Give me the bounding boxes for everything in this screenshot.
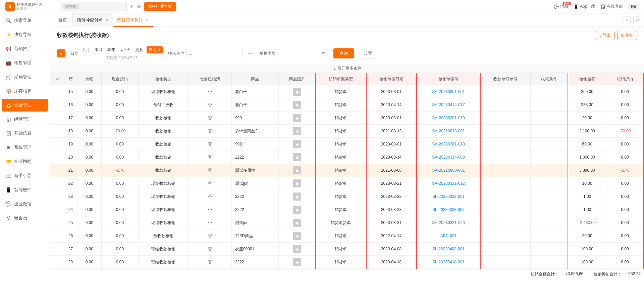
bill-no-link-13[interactable]: SL-20230418-001 [432, 260, 465, 264]
industry-btn[interactable]: 体验行业方案 [144, 2, 176, 11]
sidebar-item-collab[interactable]: 🤝 企业协同 [0, 155, 50, 169]
app-download-btn[interactable]: 📱 App下载 [574, 4, 595, 9]
td-settings-3 [50, 125, 64, 138]
sidebar-item-marketing[interactable]: 📢 营销推广 [0, 42, 50, 56]
sidebar-item-basic[interactable]: 📋 基础信息 [0, 126, 50, 140]
sidebar-item-vip[interactable]: V 畅会员 [0, 211, 50, 225]
table-container[interactable]: ⚙ 序 余额 现金折扣 核销类型 包含已结清 商品 商品图片 核销单据类型 核销… [50, 73, 644, 300]
td-verify-type-10: 现结收款核销 [139, 216, 189, 229]
online-service-btn[interactable]: 🎧 在线客服 [600, 4, 623, 9]
voucher-type-select[interactable] [278, 49, 328, 58]
bill-no-link-12[interactable]: SL-20230408-001 [432, 247, 465, 251]
query-btn[interactable]: 查询 [333, 48, 354, 58]
date-this-month[interactable]: 本月 [93, 46, 104, 53]
sidebar-item-inventory[interactable]: 🏠 库存核算 [0, 84, 50, 98]
td-verify-bill-no-5[interactable]: SA-20230314-008 [417, 151, 481, 164]
sidebar-label-system: 系统管理 [14, 144, 32, 151]
table-settings-icon[interactable]: ⚙ [54, 76, 60, 82]
refresh-icon: ↻ [621, 33, 624, 38]
td-product-12: 衣服00001 [231, 243, 278, 256]
bill-no-link-4[interactable]: SA-20230301-010 [432, 142, 465, 146]
td-verify-bill-no-12[interactable]: SL-20230408-001 [417, 243, 481, 256]
td-cash-discount-0: 0.00 [101, 85, 138, 98]
tab-prepay[interactable]: 预付冲应付单 × [73, 13, 113, 27]
service-icon: 🎧 [600, 4, 605, 9]
date-last-7days[interactable]: 近7天 [119, 46, 132, 53]
td-cash-discount-3: -70.00 [101, 125, 138, 138]
filter-toggle-btn[interactable]: » [57, 49, 65, 57]
bill-no-link-7[interactable]: SA-20230321-012 [432, 181, 465, 186]
td-verify-bill-no-1[interactable]: SA-20230414-017 [417, 98, 481, 112]
table-row: 18 0.00 -70.00 收款核销 否 多计量商品2 ▣ 销货单 2021-… [50, 125, 644, 138]
td-verify-bill-no-3[interactable]: SA-20210813-001 [417, 125, 481, 138]
sidebar-item-hardware[interactable]: 📱 智能硬件 [0, 183, 50, 197]
td-verify-bill-no-8[interactable]: SL-20230328-001 [417, 190, 481, 203]
export-btn[interactable]: ↑ 导出 [596, 31, 614, 40]
td-product-img-1: ▣ [278, 98, 316, 112]
tab-prepay-close[interactable]: × [105, 17, 109, 23]
sidebar-item-purchase[interactable]: 🛒 采购管理 [0, 70, 50, 84]
settings-filter-btn[interactable]: 设置 [360, 49, 376, 58]
date-label: 日期 [70, 51, 78, 56]
td-verify-bill-no-10[interactable]: SA-20230331-026 [417, 216, 481, 229]
bill-no-link-11[interactable]: ABC-001 [440, 233, 457, 238]
td-verify-amount-6: 3,390.00 [568, 164, 606, 177]
partner-input[interactable] [186, 49, 243, 58]
sidebar-item-wechat[interactable]: 💬 企业微信 [0, 197, 50, 211]
sidebar-item-guide[interactable]: 📖 新手引导 [0, 169, 50, 183]
td-product-1: 老白干 [231, 98, 278, 112]
th-receipt-order-no: 收款单订单号 [480, 73, 530, 85]
date-last-month[interactable]: 上月 [80, 46, 91, 53]
td-verify-bill-no-11[interactable]: ABC-001 [417, 229, 481, 243]
td-verify-discount-7: 0.00 [606, 177, 644, 190]
td-balance-12: 0.00 [77, 243, 102, 256]
bill-no-link-8[interactable]: SL-20230328-001 [432, 194, 465, 199]
td-verify-bill-no-9[interactable]: SL-20230328-002 [417, 203, 481, 216]
date-range: 不限 至 2023-07-26 [106, 55, 138, 60]
sidebar-item-finance[interactable]: 💰 资金管理 [2, 99, 48, 112]
td-settings-9 [50, 203, 64, 216]
tab-home[interactable]: 首页 [53, 13, 73, 27]
close-tab-btn[interactable]: × [623, 16, 631, 24]
bill-no-link-1[interactable]: SA-20230414-017 [432, 102, 465, 107]
main-content: 首页 预付冲应付单 × 收款核销执行 × × ⤢ 收款核销执行(按收款) ↑ [50, 13, 644, 300]
bill-no-link-0[interactable]: SA-20230301-001 [432, 89, 465, 94]
td-product-3: 多计量商品2 [231, 125, 278, 138]
gear-icon[interactable]: ⚙ [137, 3, 141, 10]
bill-no-link-3[interactable]: SA-20210813-001 [432, 129, 465, 133]
td-receipt-condition-11 [531, 229, 568, 243]
bill-no-link-2[interactable]: SA-20230301-010 [432, 116, 465, 120]
bill-no-link-5[interactable]: SA-20230314-008 [432, 155, 465, 160]
date-custom-btn[interactable]: 自定义 [147, 46, 163, 53]
sidebar-item-shortcut[interactable]: ⚡ 快捷导航 [0, 28, 50, 42]
sidebar-item-search[interactable]: 🔍 搜索菜单 [0, 13, 50, 28]
search-icon: 🔍 [5, 17, 11, 24]
td-verify-bill-no-7[interactable]: SA-20230321-012 [417, 177, 481, 190]
td-receipt-order-no-4 [480, 138, 530, 151]
dropdown-icon[interactable]: ▼ [129, 4, 134, 9]
user-info[interactable]: Rit [628, 4, 639, 10]
bill-no-link-6[interactable]: SA-20210808-001 [432, 168, 465, 173]
tab-verify-close[interactable]: × [145, 17, 149, 23]
messages-btn[interactable]: 💬 消息 99+ [554, 4, 568, 9]
td-verify-bill-no-0[interactable]: SA-20230301-001 [417, 85, 481, 98]
td-verify-bill-no-4[interactable]: SA-20230301-010 [417, 138, 481, 151]
td-verify-discount-10: 0.00 [606, 216, 644, 229]
td-verify-bill-no-13[interactable]: SL-20230418-001 [417, 256, 481, 269]
bill-no-link-9[interactable]: SL-20230328-002 [432, 207, 465, 212]
th-settings[interactable]: ⚙ [50, 73, 64, 85]
bill-no-link-10[interactable]: SA-20230331-026 [432, 220, 465, 225]
table-footer: 核销金额合计： 40,556,66... 核销折扣合计： 952.24 [50, 269, 644, 279]
sidebar-item-sales[interactable]: 💼 销售管理 [0, 56, 50, 70]
sidebar-item-operation[interactable]: 📊 经营管理 [0, 112, 50, 126]
td-verify-bill-no-2[interactable]: SA-20230301-010 [417, 112, 481, 125]
date-more[interactable]: 更多 [134, 46, 145, 53]
refresh-btn[interactable]: ↻ 刷新 [617, 31, 637, 40]
td-verify-bill-no-6[interactable]: SA-20210808-001 [417, 164, 481, 177]
tab-verify[interactable]: 收款核销执行 × [113, 13, 153, 27]
expand-conditions-btn[interactable]: ∨ 展开更多条件 [333, 66, 362, 71]
maximize-btn[interactable]: ⤢ [633, 16, 641, 24]
date-this-year[interactable]: 本年 [106, 46, 117, 53]
tab-bar: 首页 预付冲应付单 × 收款核销执行 × × ⤢ [50, 13, 644, 27]
sidebar-item-system[interactable]: ⚙ 系统管理 [0, 140, 50, 155]
